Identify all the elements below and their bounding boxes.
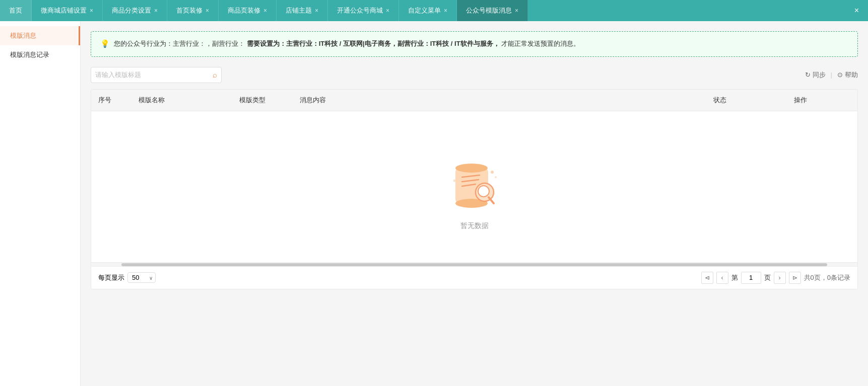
next-page-btn[interactable]: › — [774, 272, 786, 284]
data-table: 序号 模版名称 模版类型 消息内容 状态 操作 — [91, 89, 858, 289]
col-action: 操作 — [787, 90, 857, 111]
global-close-btn[interactable]: × — [845, 0, 868, 21]
col-index: 序号 — [91, 90, 131, 111]
sync-button[interactable]: ↻ 同步 — [805, 70, 826, 80]
nav-item-shop-settings[interactable]: 微商城店铺设置 × — [32, 0, 103, 21]
svg-point-10 — [480, 187, 483, 190]
svg-point-2 — [455, 164, 488, 173]
total-info: 共0页，0条记录 — [804, 273, 850, 282]
svg-point-8 — [478, 186, 489, 197]
per-page-select[interactable]: 50 20 100 — [127, 272, 156, 283]
empty-illustration — [444, 153, 505, 213]
prev-page-btn[interactable]: ‹ — [716, 272, 728, 284]
col-content: 消息内容 — [293, 90, 706, 111]
top-nav: 首页 微商城店铺设置 × 商品分类设置 × 首页装修 × 商品页装修 × 店铺主… — [0, 0, 868, 21]
svg-point-13 — [453, 179, 455, 182]
nav-item-wechat-mall[interactable]: 开通公众号商城 × — [328, 0, 399, 21]
page-input[interactable] — [741, 272, 761, 284]
nav-item-home-decor[interactable]: 首页装修 × — [167, 0, 219, 21]
search-input[interactable] — [95, 71, 213, 79]
col-name: 模版名称 — [131, 90, 232, 111]
sidebar-item-template-msg[interactable]: 模版消息 — [0, 26, 80, 45]
svg-point-12 — [495, 176, 497, 178]
search-actions: ↻ 同步 | ⊙ 帮助 — [805, 70, 858, 80]
page-label: 第 — [731, 273, 738, 282]
col-status: 状态 — [706, 90, 787, 111]
empty-svg — [444, 153, 505, 213]
col-type: 模版类型 — [232, 90, 293, 111]
search-input-wrap: ⌕ — [91, 67, 222, 83]
close-product-decor[interactable]: × — [263, 7, 267, 14]
per-page-label: 每页显示 — [98, 273, 124, 282]
svg-point-11 — [491, 171, 494, 174]
help-button[interactable]: ⊙ 帮助 — [837, 70, 858, 80]
per-page-wrap: 每页显示 50 20 100 — [98, 272, 156, 283]
first-page-btn[interactable]: ⊲ — [701, 272, 713, 284]
notice-icon: 💡 — [100, 39, 110, 48]
pagination-controls: ⊲ ‹ 第 页 › ⊳ 共0页，0条记录 — [701, 272, 850, 284]
close-wechat-mall[interactable]: × — [386, 7, 389, 14]
scrollbar-thumb[interactable] — [121, 263, 827, 266]
nav-item-product-decor[interactable]: 商品页装修 × — [219, 0, 277, 21]
close-custom-menu[interactable]: × — [444, 7, 447, 14]
close-category[interactable]: × — [154, 7, 158, 14]
main-layout: 模版消息 模版消息记录 💡 您的公众号行业为：主营行业：，副营行业： 需要设置为… — [0, 21, 868, 386]
close-template-msg[interactable]: × — [515, 7, 518, 14]
last-page-btn[interactable]: ⊳ — [789, 272, 801, 284]
close-home-decor[interactable]: × — [206, 7, 209, 14]
help-icon: ⊙ — [837, 71, 843, 79]
search-bar: ⌕ ↻ 同步 | ⊙ 帮助 — [91, 67, 858, 83]
sidebar: 模版消息 模版消息记录 — [0, 21, 81, 386]
notice-banner: 💡 您的公众号行业为：主营行业：，副营行业： 需要设置为：主营行业：IT科技 /… — [91, 31, 858, 57]
nav-item-custom-menu[interactable]: 自定义菜单 × — [399, 0, 457, 21]
page-unit: 页 — [764, 273, 771, 282]
app-container: 首页 微商城店铺设置 × 商品分类设置 × 首页装修 × 商品页装修 × 店铺主… — [0, 0, 868, 386]
per-page-select-wrap: 50 20 100 — [127, 272, 156, 283]
sidebar-item-template-record[interactable]: 模版消息记录 — [0, 45, 80, 64]
nav-item-home[interactable]: 首页 — [0, 0, 32, 21]
close-theme[interactable]: × — [315, 7, 318, 14]
empty-state: 暂无数据 — [91, 111, 857, 262]
empty-text: 暂无数据 — [460, 221, 489, 230]
sync-icon: ↻ — [805, 71, 811, 79]
close-shop-settings[interactable]: × — [90, 7, 93, 14]
nav-item-theme[interactable]: 店铺主题 × — [277, 0, 328, 21]
main-content: 💡 您的公众号行业为：主营行业：，副营行业： 需要设置为：主营行业：IT科技 /… — [81, 21, 868, 386]
action-divider: | — [831, 71, 832, 79]
nav-item-template-msg[interactable]: 公众号模版消息 × — [457, 0, 528, 21]
search-icon[interactable]: ⌕ — [213, 70, 217, 79]
notice-text: 您的公众号行业为：主营行业：，副营行业： 需要设置为：主营行业：IT科技 / 互… — [114, 39, 580, 49]
horizontal-scrollbar[interactable] — [91, 262, 857, 266]
table-header: 序号 模版名称 模版类型 消息内容 状态 操作 — [91, 90, 857, 111]
nav-item-category[interactable]: 商品分类设置 × — [103, 0, 167, 21]
pagination: 每页显示 50 20 100 ⊲ ‹ 第 — [91, 266, 857, 289]
